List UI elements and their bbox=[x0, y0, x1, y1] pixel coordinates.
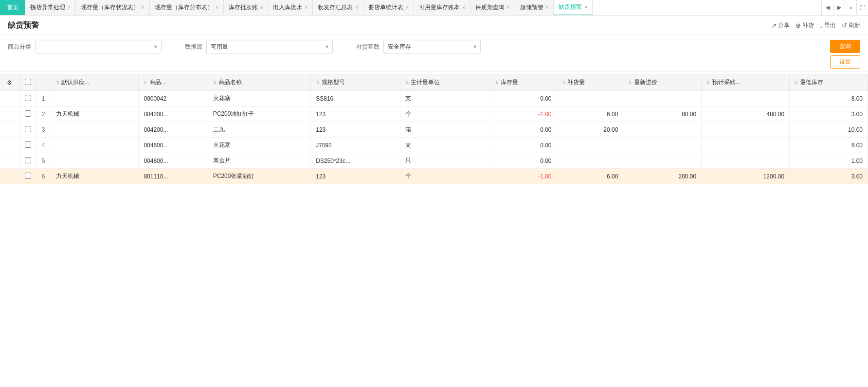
replenish-button[interactable]: ⊕ 补货 bbox=[796, 21, 814, 30]
cell-product-name: PC200油缸缸子 bbox=[208, 106, 311, 122]
category-select[interactable]: ▾ bbox=[35, 40, 162, 53]
datasource-arrow-icon: ▾ bbox=[326, 43, 328, 50]
cell-min-stock: 8.00 bbox=[790, 91, 868, 106]
tab-avail-book[interactable]: 可用量库存账本× bbox=[414, 0, 470, 16]
tab-stock-batch[interactable]: 库存批次账× bbox=[224, 0, 269, 16]
filter-area: 商品分类 ▾ 数据源 可用量 ▾ 补货基数 安全库存 ▾ bbox=[0, 35, 868, 71]
row-select-checkbox[interactable] bbox=[25, 157, 31, 163]
col-spec: ⇅ 规格型号 bbox=[311, 74, 400, 91]
col-unit: ⇅ 主计量单位 bbox=[400, 74, 490, 91]
row-settings bbox=[0, 153, 19, 169]
tab-close-icon[interactable]: × bbox=[305, 5, 307, 10]
col-product-code: ⇅ 商品... bbox=[139, 74, 208, 91]
cell-unit: 支 bbox=[400, 91, 490, 106]
tab-pick-error[interactable]: 拣货异常处理× bbox=[25, 0, 76, 16]
table-row: 3 004200... 三九 123 箱 0.00 20.00 10.00 bbox=[0, 122, 868, 138]
col-default-supplier: ⇅ 默认供应... bbox=[51, 74, 139, 91]
cell-replenish-qty bbox=[557, 153, 623, 169]
row-select-checkbox[interactable] bbox=[25, 126, 31, 132]
cell-replenish-qty: 6.00 bbox=[557, 106, 623, 122]
cell-spec: 123 bbox=[311, 169, 400, 184]
settings-button[interactable]: 设置 bbox=[830, 55, 860, 69]
row-select-checkbox[interactable] bbox=[25, 173, 31, 179]
tab-close-icon[interactable]: × bbox=[260, 5, 263, 10]
cell-estimated-purchase bbox=[702, 91, 790, 106]
replenish-base-select[interactable]: 安全库存 ▾ bbox=[383, 40, 481, 53]
tab-next-btn[interactable]: ▶ bbox=[833, 0, 845, 16]
page-container: 缺货预警 ↗ 分享 ⊕ 补货 ↓ 导出 ↺ 刷新 商品分类 bbox=[0, 16, 868, 387]
category-arrow-icon: ▾ bbox=[154, 43, 157, 50]
select-all-checkbox[interactable] bbox=[25, 79, 31, 85]
cell-replenish-qty bbox=[557, 138, 623, 153]
row-settings bbox=[0, 91, 19, 106]
cell-spec: 123 bbox=[311, 122, 400, 138]
tab-close-icon[interactable]: × bbox=[406, 5, 409, 10]
cell-min-stock: 3.00 bbox=[790, 169, 868, 184]
sort-icon: ⇅ bbox=[795, 80, 798, 85]
row-settings bbox=[0, 138, 19, 153]
col-latest-price: ⇅ 最新进价 bbox=[623, 74, 702, 91]
tab-close-icon[interactable]: × bbox=[355, 5, 358, 10]
cell-spec: J7092 bbox=[311, 138, 400, 153]
tab-stock-flow[interactable]: 出入库流水× bbox=[268, 0, 313, 16]
row-select-checkbox[interactable] bbox=[25, 141, 31, 148]
tab-stock-dist[interactable]: 现存量（库存分布表）× bbox=[150, 0, 224, 16]
tab-close-icon[interactable]: × bbox=[216, 5, 218, 10]
tab-label: 现存量（库存分布表） bbox=[155, 3, 213, 12]
tab-stock-status[interactable]: 现存量（库存状况表）× bbox=[76, 0, 150, 16]
sort-icon: ⇅ bbox=[628, 80, 632, 85]
tab-close-all-btn[interactable]: × bbox=[845, 0, 856, 16]
row-select-checkbox[interactable] bbox=[25, 95, 31, 101]
datasource-value: 可用量 bbox=[211, 43, 228, 51]
cell-stock: 0.00 bbox=[490, 153, 557, 169]
tab-home[interactable]: 首页 bbox=[0, 0, 25, 16]
sort-icon: ⇅ bbox=[495, 80, 499, 85]
share-button[interactable]: ↗ 分享 bbox=[771, 21, 790, 30]
tab-close-icon[interactable]: × bbox=[142, 5, 145, 10]
row-checkbox bbox=[19, 138, 36, 153]
cell-unit: 个 bbox=[400, 169, 490, 184]
cell-stock: 0.00 bbox=[490, 138, 557, 153]
tab-close-icon[interactable]: × bbox=[584, 4, 587, 10]
datasource-select[interactable]: 可用量 ▾ bbox=[206, 40, 333, 53]
col-estimated-purchase: ⇅ 预计采购... bbox=[702, 74, 790, 91]
row-number: 3 bbox=[36, 122, 51, 138]
tab-close-icon[interactable]: × bbox=[546, 5, 549, 10]
gear-icon[interactable]: ⚙ bbox=[7, 79, 12, 86]
tab-close-icon[interactable]: × bbox=[507, 5, 510, 10]
replenish-icon: ⊕ bbox=[796, 22, 801, 29]
tab-overstock[interactable]: 超储预警× bbox=[515, 0, 554, 16]
tab-maximize-btn[interactable]: ⛶ bbox=[856, 0, 868, 16]
sort-icon: ⇅ bbox=[316, 80, 320, 85]
tab-label: 收发存汇总表 bbox=[318, 3, 353, 12]
home-label: 首页 bbox=[7, 3, 18, 12]
table-row: 6 力天机械 801110... PC200张紧油缸 123 个 -1.00 6… bbox=[0, 169, 868, 184]
cell-spec: DS250*23c... bbox=[311, 153, 400, 169]
row-select-checkbox[interactable] bbox=[25, 110, 31, 117]
tab-expire-query[interactable]: 保质期查询× bbox=[470, 0, 515, 16]
header-actions: ↗ 分享 ⊕ 补货 ↓ 导出 ↺ 刷新 bbox=[771, 21, 861, 30]
cell-latest-price: 80.00 bbox=[623, 106, 702, 122]
tab-shortage[interactable]: 缺货预警× bbox=[554, 0, 593, 16]
tab-close-icon[interactable]: × bbox=[462, 5, 465, 10]
refresh-button[interactable]: ↺ 刷新 bbox=[842, 21, 860, 30]
tab-recv-summary[interactable]: 收发存汇总表× bbox=[313, 0, 363, 16]
export-button[interactable]: ↓ 导出 bbox=[820, 21, 836, 30]
cell-default-supplier bbox=[51, 153, 139, 169]
sort-icon: ⇅ bbox=[56, 80, 60, 85]
cell-min-stock: 10.00 bbox=[790, 122, 868, 138]
tab-order-stat[interactable]: 要货单统计表× bbox=[363, 0, 414, 16]
cell-default-supplier: 力天机械 bbox=[51, 169, 139, 184]
table-header: ⚙ ⇅ 默认供应... ⇅ 商品... ⇅ bbox=[0, 74, 868, 91]
datasource-filter: 数据源 可用量 ▾ bbox=[185, 40, 333, 53]
share-label: 分享 bbox=[778, 21, 790, 30]
tab-prev-btn[interactable]: ◀ bbox=[821, 0, 833, 16]
tab-label: 缺货预警 bbox=[559, 3, 582, 11]
tab-close-icon[interactable]: × bbox=[68, 5, 71, 10]
tab-label: 超储预警 bbox=[520, 3, 543, 12]
cell-product-code: 004200... bbox=[139, 122, 208, 138]
page-header: 缺货预警 ↗ 分享 ⊕ 补货 ↓ 导出 ↺ 刷新 bbox=[0, 16, 868, 35]
sort-icon: ⇅ bbox=[706, 80, 710, 85]
cell-latest-price bbox=[623, 91, 702, 106]
query-button[interactable]: 查询 bbox=[830, 40, 860, 53]
